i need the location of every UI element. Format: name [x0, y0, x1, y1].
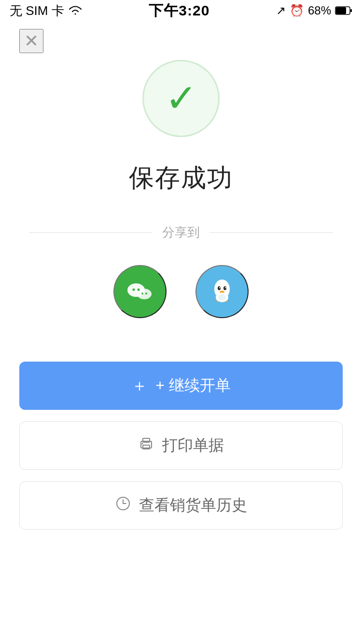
continue-button[interactable]: ＋ + 继续开单 — [19, 362, 343, 410]
svg-point-7 — [141, 293, 143, 294]
share-divider: 分享到 — [29, 224, 333, 241]
checkmark-icon: ✓ — [165, 79, 197, 118]
share-icons-row — [29, 265, 333, 318]
qq-share-button[interactable] — [195, 265, 249, 318]
location-icon: ↗ — [276, 4, 286, 17]
status-bar: 无 SIM 卡 下午3:20 ↗ ⏰ 68% — [0, 0, 362, 21]
share-section: 分享到 — [0, 224, 362, 318]
plus-icon: ＋ — [131, 375, 148, 397]
svg-point-12 — [223, 286, 226, 290]
svg-point-11 — [218, 286, 221, 290]
svg-point-6 — [138, 289, 140, 291]
battery-icon — [335, 6, 352, 15]
svg-rect-1 — [336, 7, 346, 14]
qq-icon — [206, 276, 238, 308]
svg-rect-2 — [350, 9, 352, 12]
battery-percent: 68% — [308, 4, 331, 17]
divider-right — [209, 232, 333, 233]
success-title: 保存成功 — [129, 161, 233, 195]
continue-label: + 继续开单 — [155, 375, 231, 396]
alarm-icon: ⏰ — [290, 4, 304, 17]
share-label: 分享到 — [162, 224, 200, 241]
status-right: ↗ ⏰ 68% — [276, 4, 352, 17]
wechat-icon — [124, 276, 156, 308]
wechat-share-button[interactable] — [113, 265, 167, 318]
close-icon: ✕ — [24, 32, 39, 50]
svg-point-19 — [218, 294, 226, 301]
history-label: 查看销货单历史 — [139, 495, 247, 516]
print-icon — [138, 435, 154, 456]
svg-point-23 — [142, 443, 143, 445]
svg-point-8 — [145, 293, 147, 294]
svg-point-5 — [133, 289, 135, 291]
print-button[interactable]: 打印单据 — [19, 421, 343, 470]
wifi-icon — [68, 5, 83, 16]
history-icon — [115, 495, 131, 516]
main-content: ✓ 保存成功 分享到 — [0, 21, 362, 530]
status-left: 无 SIM 卡 — [10, 2, 83, 19]
actions-section: ＋ + 继续开单 打印单据 查看销货单历 — [0, 362, 362, 530]
divider-left — [29, 232, 153, 233]
close-button[interactable]: ✕ — [19, 29, 43, 53]
success-circle: ✓ — [142, 60, 220, 137]
svg-point-13 — [219, 287, 220, 288]
status-time: 下午3:20 — [149, 1, 209, 21]
print-label: 打印单据 — [162, 435, 224, 456]
no-sim-text: 无 SIM 卡 — [10, 2, 64, 19]
svg-point-14 — [225, 287, 226, 288]
history-button[interactable]: 查看销货单历史 — [19, 481, 343, 530]
